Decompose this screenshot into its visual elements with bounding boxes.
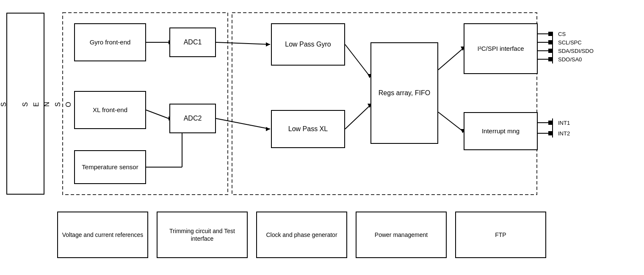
int1-pin-label: INT1	[558, 120, 570, 126]
svg-line-19	[438, 112, 463, 131]
svg-marker-12	[266, 127, 270, 131]
i2c-spi-label: I²C/SPI interface	[477, 44, 524, 53]
xl-frontend-label: XL front-end	[93, 106, 127, 114]
xl-frontend-block: XL front-end	[74, 91, 146, 129]
clock-phase-block: Clock and phase generator	[256, 212, 347, 258]
svg-line-15	[345, 106, 370, 129]
sda-pin-label: SDA/SDI/SDO	[558, 48, 594, 54]
svg-line-17	[438, 49, 463, 70]
svg-marker-10	[266, 42, 270, 47]
interrupt-mng-block: Interrupt mng	[464, 112, 538, 150]
voltage-ref-label: Voltage and current references	[62, 231, 143, 239]
svg-line-4	[146, 110, 169, 118]
adc2-label: ADC2	[184, 114, 202, 123]
cs-pin-label: CS	[558, 31, 566, 37]
adc2-block: ADC2	[169, 104, 216, 133]
power-mgmt-label: Power management	[375, 231, 428, 239]
adc1-block: ADC1	[169, 28, 216, 57]
adc1-label: ADC1	[184, 38, 202, 47]
regs-fifo-block: Regs array, FIFO	[370, 42, 438, 144]
voltage-ref-block: Voltage and current references	[57, 212, 148, 258]
svg-rect-26	[548, 49, 553, 53]
trimming-block: Trimming circuit and Test interface	[157, 212, 248, 258]
regs-fifo-label: Regs array, FIFO	[379, 89, 430, 98]
lp-xl-block: Low Pass XL	[271, 110, 345, 148]
interrupt-mng-label: Interrupt mng	[482, 127, 520, 135]
lp-gyro-label: Low Pass Gyro	[285, 40, 331, 49]
trimming-label: Trimming circuit and Test interface	[158, 227, 247, 242]
scl-pin-label: SCL/SPC	[558, 39, 582, 46]
power-mgmt-block: Power management	[356, 212, 447, 258]
gyro-frontend-block: Gyro front-end	[74, 23, 146, 61]
int2-pin-label: INT2	[558, 130, 570, 137]
temp-sensor-block: Temperature sensor	[74, 150, 146, 184]
lp-gyro-block: Low Pass Gyro	[271, 23, 345, 66]
clock-phase-label: Clock and phase generator	[266, 231, 337, 239]
svg-line-13	[345, 44, 370, 76]
mems-sensor-label: MEMSSENSOR	[0, 100, 85, 107]
svg-rect-28	[548, 57, 553, 61]
mems-sensor-block: MEMSSENSOR	[6, 13, 44, 195]
sdo-pin-label: SDO/SA0	[558, 56, 582, 63]
svg-line-9	[216, 42, 270, 44]
diagram-container: MEMSSENSOR Gyro front-end XL front-end T…	[0, 0, 644, 275]
ftp-label: FTP	[495, 231, 506, 239]
svg-rect-24	[548, 40, 553, 44]
gyro-frontend-label: Gyro front-end	[90, 38, 131, 47]
lp-xl-label: Low Pass XL	[288, 125, 328, 134]
svg-rect-22	[548, 32, 553, 36]
temp-sensor-label: Temperature sensor	[82, 163, 138, 171]
svg-rect-32	[548, 131, 553, 135]
ftp-block: FTP	[455, 212, 546, 258]
svg-line-11	[216, 118, 270, 129]
i2c-spi-block: I²C/SPI interface	[464, 23, 538, 74]
svg-rect-30	[548, 121, 553, 125]
